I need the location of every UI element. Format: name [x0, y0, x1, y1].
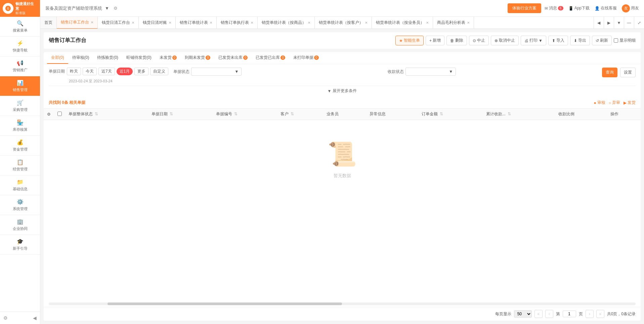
- app-download-button[interactable]: 📱 App下载: [568, 5, 590, 11]
- sidebar-item-marketing[interactable]: 📢 营销推广: [0, 56, 40, 76]
- col-checkbox[interactable]: [54, 109, 65, 120]
- tab-sales-stats[interactable]: 销售订单统计表 ✕: [176, 17, 217, 29]
- tab-close-summary-customer[interactable]: ✕: [365, 21, 368, 25]
- date-btn-today[interactable]: 今天: [83, 68, 97, 75]
- message-button[interactable]: ✉ 消息 6: [545, 5, 563, 11]
- setting-button[interactable]: 设置: [620, 68, 636, 77]
- sort-status-icon[interactable]: ⇅: [95, 112, 98, 116]
- refresh-button[interactable]: ↺ 刷新: [592, 36, 612, 45]
- tab-cash-daily[interactable]: 钱货日清工作台 ✕: [98, 17, 139, 29]
- date-btn-1month[interactable]: 近1月: [117, 68, 133, 75]
- tab-sales-exec[interactable]: 销售订单执行表 ✕: [217, 17, 258, 29]
- sidebar-item-enterprise[interactable]: 🏢 企业协同: [0, 215, 40, 235]
- horizontal-scrollbar[interactable]: [49, 302, 636, 305]
- solution-button[interactable]: 体验行业方案: [508, 3, 541, 13]
- sidebar-item-inventory[interactable]: 🏪 库存核算: [0, 116, 40, 136]
- date-btn-custom[interactable]: 自定义: [150, 68, 168, 75]
- tab-expand[interactable]: ⤢: [634, 17, 644, 29]
- sidebar-item-base[interactable]: 📁 基础信息: [0, 175, 40, 195]
- date-btn-yesterday[interactable]: 昨天: [67, 68, 81, 75]
- date-btn-more[interactable]: 更多: [134, 68, 148, 75]
- smart-generate-button[interactable]: ★ 智能生单: [395, 36, 424, 45]
- tab-summary-customer[interactable]: 销货单统计表（按客户） ✕: [315, 17, 372, 29]
- sort-customer-icon[interactable]: ⇅: [291, 112, 294, 116]
- tab-close-cash-daily[interactable]: ✕: [132, 21, 134, 25]
- subtab-shipped-not-out[interactable]: 已发货未出库0: [214, 52, 252, 64]
- tab-cash-reconcile[interactable]: 钱货日清对账 ✕: [139, 17, 176, 29]
- system-icon: ⚙️: [17, 199, 24, 205]
- print-button[interactable]: 🖨 打印 ▼: [521, 36, 546, 45]
- sort-number-icon[interactable]: ⇅: [234, 112, 238, 116]
- tab-minimize[interactable]: —: [624, 17, 634, 29]
- subtab-not-shipped[interactable]: 未发货0: [156, 52, 181, 64]
- tab-summary-staff[interactable]: 销货单统计表（按业务员） ✕: [372, 17, 433, 29]
- col-settings[interactable]: ⚙: [44, 109, 54, 120]
- subtab-not-printed[interactable]: 未打印单据0: [289, 52, 323, 64]
- sidebar-item-system[interactable]: ⚙️ 系统管理: [0, 195, 40, 215]
- sidebar-item-sales[interactable]: 📊 销售管理: [0, 76, 40, 96]
- system-dropdown[interactable]: ▼: [105, 6, 109, 11]
- cancel-review-action-button[interactable]: ○ 弃审: [609, 100, 620, 106]
- sort-collected-icon[interactable]: ⇅: [508, 112, 511, 116]
- tab-summary-product[interactable]: 销货单统计表（按商品） ✕: [258, 17, 315, 29]
- add-button[interactable]: + 新增: [426, 36, 444, 45]
- settings-gear-icon[interactable]: ⚙: [3, 315, 8, 321]
- tab-scroll-left[interactable]: ◀: [594, 17, 604, 29]
- tab-gross-profit[interactable]: 商品毛利分析表 ✕: [433, 17, 474, 29]
- tab-more-dropdown[interactable]: ▼: [614, 17, 624, 29]
- query-button[interactable]: 查询: [602, 68, 617, 77]
- delete-button[interactable]: 🗑 删除: [446, 36, 467, 45]
- sort-amount-icon[interactable]: ⇅: [440, 112, 443, 116]
- table-count: 共找到 0条 相关单据: [49, 100, 85, 106]
- tab-close-sales-exec[interactable]: ✕: [251, 21, 253, 25]
- expand-filter-button[interactable]: ▼ 展开更多条件: [328, 88, 357, 94]
- subtab-pending-review[interactable]: 待审核(0): [68, 52, 93, 64]
- payment-select[interactable]: ▼: [405, 68, 456, 76]
- next-page-button[interactable]: ›: [586, 310, 594, 318]
- tab-scroll-right[interactable]: ▶: [604, 17, 614, 29]
- collapse-sidebar-icon[interactable]: ◀: [33, 315, 37, 321]
- sidebar-item-quicknav[interactable]: ⚡ 快捷导航: [0, 37, 40, 56]
- sidebar-item-finance[interactable]: 💰 资金管理: [0, 136, 40, 156]
- per-page-select[interactable]: 20 50 100 200: [514, 310, 532, 318]
- ship-action-button[interactable]: ▶ 发货: [624, 100, 636, 106]
- scrollbar-thumb[interactable]: [108, 302, 342, 305]
- sidebar-item-purchase[interactable]: 🛒 采购管理: [0, 96, 40, 116]
- tab-close-gross-profit[interactable]: ✕: [467, 21, 470, 25]
- prev-page-button[interactable]: ‹: [545, 310, 553, 318]
- tab-sales-workbench[interactable]: 销售订单工作台 ✕: [57, 17, 98, 29]
- select-all-checkbox[interactable]: [57, 112, 62, 116]
- sidebar-item-operations[interactable]: 📋 经营管理: [0, 156, 40, 175]
- subtab-pending-check[interactable]: 待拣验货(0): [93, 52, 122, 64]
- subtab-expired-not-shipped[interactable]: 到期未发货0: [181, 52, 214, 64]
- subtab-shipped-out[interactable]: 已发货已出库0: [252, 52, 289, 64]
- tab-close-sales-stats[interactable]: ✕: [210, 21, 212, 25]
- export-button[interactable]: ⬇ 导出: [570, 36, 590, 45]
- online-service-button[interactable]: 👤 在线客服: [595, 5, 617, 11]
- last-page-button[interactable]: »: [596, 310, 604, 318]
- first-page-button[interactable]: «: [534, 310, 543, 318]
- sidebar-item-search[interactable]: 🔍 搜索菜单: [0, 17, 40, 37]
- tab-home[interactable]: 首页: [40, 17, 57, 29]
- show-detail-input[interactable]: [614, 38, 618, 43]
- user-menu-button[interactable]: 友 用友: [622, 4, 639, 12]
- date-btn-7days[interactable]: 近7天: [98, 68, 115, 75]
- tab-close-sales-workbench[interactable]: ✕: [91, 21, 93, 24]
- tab-close-summary-staff[interactable]: ✕: [426, 21, 429, 25]
- tab-close-cash-reconcile[interactable]: ✕: [169, 21, 171, 25]
- review-action-button[interactable]: ● 审核: [594, 100, 605, 106]
- sort-date-icon[interactable]: ⇅: [170, 112, 173, 116]
- import-button[interactable]: ⬆ 导入: [548, 36, 568, 45]
- sidebar-menu: 🔍 搜索菜单 ⚡ 快捷导航 📢 营销推广 📊 销售管理 🛒 采购管理 🏪 库存核…: [0, 17, 40, 312]
- show-detail-checkbox[interactable]: 显示明细: [614, 38, 636, 43]
- sidebar-item-guide[interactable]: 🎓 新手引导: [0, 235, 40, 255]
- cancel-stop-button[interactable]: ⊗ 取消中止: [491, 36, 519, 45]
- stop-button[interactable]: ⊙ 中止: [469, 36, 489, 45]
- subtab-wangpu[interactable]: 旺铺待发货(0): [122, 52, 156, 64]
- subtab-all[interactable]: 全部(0): [47, 52, 68, 64]
- settings-topbar-icon[interactable]: ⚙: [114, 6, 118, 11]
- status-select[interactable]: ▼: [191, 68, 242, 76]
- tab-close-summary-product[interactable]: ✕: [308, 21, 310, 25]
- col-customer: 客户 ⇅: [277, 109, 323, 120]
- page-number-input[interactable]: [563, 311, 576, 317]
